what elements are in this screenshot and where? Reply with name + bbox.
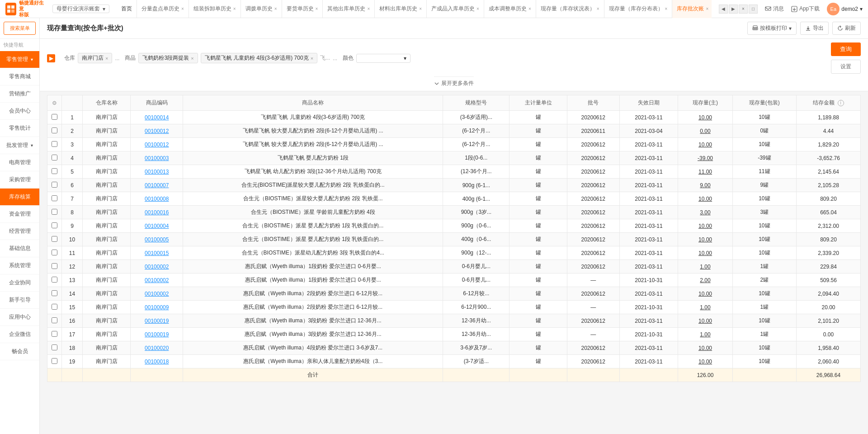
tab-close-icon[interactable]: × [316, 6, 318, 11]
tab-home[interactable]: 首页 [117, 0, 137, 18]
row-stock-main[interactable]: 10.00 [678, 138, 732, 151]
tab-close-icon[interactable]: × [528, 6, 531, 11]
color-select[interactable]: ▾ [356, 54, 410, 63]
tab-9[interactable]: 现存量（库存状况表） × [536, 0, 604, 18]
row-code-link[interactable]: 00100014 [145, 114, 169, 121]
prev-tab-arrow[interactable]: ◀ [719, 5, 728, 14]
sidebar-item-system[interactable]: 系统管理 [0, 257, 39, 274]
tab-close-icon[interactable]: × [233, 6, 236, 11]
row-code-link[interactable]: 00100012 [145, 142, 169, 148]
row-checkbox[interactable] [52, 331, 57, 337]
row-checkbox[interactable] [52, 250, 57, 255]
row-code-link[interactable]: 00100008 [145, 196, 169, 202]
tab-close-icon[interactable]: × [706, 6, 708, 11]
sidebar-item-retail[interactable]: 零售管理 ▾ [0, 51, 39, 68]
tab-1[interactable]: 分量盘点单历史 × [137, 0, 189, 18]
row-stock-main[interactable]: 10.00 [678, 111, 732, 124]
tab-close-icon[interactable]: × [476, 6, 479, 11]
next-tab-arrow[interactable]: ▶ [729, 5, 738, 14]
row-code-link[interactable]: 00100015 [145, 250, 169, 256]
expand-icon[interactable]: ▶ [47, 54, 55, 62]
row-checkbox[interactable] [52, 358, 57, 364]
row-code-link[interactable]: 00100002 [145, 291, 169, 297]
user-area[interactable]: Ea demo2 ▾ [827, 3, 863, 15]
tab-5[interactable]: 其他出库单历史 × [323, 0, 375, 18]
row-stock-main[interactable]: 1.00 [678, 301, 732, 314]
tab-7[interactable]: 产成品入库单历史 × [427, 0, 484, 18]
row-code-link[interactable]: 00100018 [145, 359, 169, 365]
row-stock-main[interactable]: 10.00 [678, 355, 732, 368]
row-code-link[interactable]: 00100003 [145, 155, 169, 161]
expand-more-btn[interactable]: 展开更多条件 [434, 76, 474, 87]
row-code-link[interactable]: 00100005 [145, 236, 169, 243]
row-checkbox[interactable] [52, 155, 57, 160]
tab-close-icon[interactable]: × [181, 6, 184, 11]
row-checkbox[interactable] [52, 236, 57, 242]
row-code-link[interactable]: 00100019 [145, 331, 169, 338]
sidebar-item-member2[interactable]: 畅会员 [0, 343, 39, 360]
message-btn[interactable]: 消息 [765, 5, 784, 13]
tab-close-icon[interactable]: × [367, 6, 370, 11]
row-stock-main[interactable]: 10.00 [678, 219, 732, 233]
row-stock-main[interactable]: 10.00 [678, 192, 732, 206]
sidebar-item-member[interactable]: 会员中心 [0, 103, 39, 120]
print-btn[interactable]: 按模板打印 ▾ [747, 22, 797, 35]
sidebar-item-wholesale[interactable]: 批发管理 ▾ [0, 137, 39, 154]
tab-4[interactable]: 要货单历史 × [282, 0, 323, 18]
row-checkbox[interactable] [52, 127, 57, 133]
row-checkbox[interactable] [52, 304, 57, 310]
warehouse-remove-icon[interactable]: × [105, 56, 108, 61]
row-code-link[interactable]: 00100012 [145, 128, 169, 134]
export-btn[interactable]: 导出 [800, 22, 829, 35]
row-checkbox[interactable] [52, 195, 57, 201]
query-btn[interactable]: 查询 [831, 42, 861, 56]
sidebar-item-ecommerce[interactable]: 电商管理 [0, 154, 39, 171]
row-code-link[interactable]: 00100002 [145, 277, 169, 283]
product-ellipsis[interactable]: ... [333, 55, 337, 61]
row-checkbox[interactable] [52, 222, 57, 228]
settings-icon[interactable]: ⚙ [51, 99, 58, 107]
sidebar-item-retail-stats[interactable]: 零售统计 [0, 120, 39, 137]
sidebar-item-purchase[interactable]: 采购管理 [0, 171, 39, 189]
refresh-btn[interactable]: 刷新 [832, 22, 861, 35]
row-stock-main[interactable]: 10.00 [678, 287, 732, 301]
row-checkbox[interactable] [52, 209, 57, 215]
row-stock-main[interactable]: 1.00 [678, 260, 732, 274]
sidebar-item-marketing[interactable]: 营销推广 [0, 85, 39, 103]
tab-close-icon[interactable]: × [419, 6, 422, 11]
app-download-btn[interactable]: App下载 [791, 5, 820, 13]
close-tab-icon[interactable]: × [739, 5, 748, 14]
row-code-link[interactable]: 00100002 [145, 264, 169, 270]
row-checkbox[interactable] [52, 168, 57, 174]
tab-8[interactable]: 成本调整单历史 × [484, 0, 536, 18]
tab-close-icon[interactable]: × [665, 6, 668, 11]
product-tag-1-remove[interactable]: × [191, 56, 193, 61]
product-tag-1[interactable]: 飞鹤奶粉3段两提装 × [138, 53, 198, 63]
row-checkbox[interactable] [52, 141, 57, 147]
row-stock-main[interactable]: 9.00 [678, 179, 732, 192]
sidebar-item-finance[interactable]: 资金管理 [0, 206, 39, 223]
maximize-icon[interactable]: □ [749, 5, 758, 14]
row-code-link[interactable]: 00100013 [145, 169, 169, 175]
sidebar-item-enterprise[interactable]: 企业协同 [0, 274, 39, 292]
row-checkbox[interactable] [52, 277, 57, 283]
balance-info-icon[interactable]: i [838, 100, 844, 106]
row-stock-main[interactable]: 2.00 [678, 274, 732, 287]
row-checkbox[interactable] [52, 317, 57, 323]
row-stock-main[interactable]: 3.00 [678, 206, 732, 219]
tab-2[interactable]: 组装拆卸单历史 × [189, 0, 241, 18]
setting-btn[interactable]: 设置 [831, 60, 861, 74]
sidebar-item-inventory[interactable]: 库存核算 [0, 189, 39, 206]
tab-close-icon[interactable]: × [274, 6, 277, 11]
sidebar-item-wxwork[interactable]: 企业微信 [0, 326, 39, 343]
row-stock-main[interactable]: 10.00 [678, 246, 732, 260]
search-menu-btn[interactable]: 搜索菜单 [4, 22, 36, 35]
row-checkbox[interactable] [52, 182, 57, 188]
row-checkbox[interactable] [52, 290, 57, 296]
product-tag-2-remove[interactable]: × [311, 56, 313, 61]
row-code-link[interactable]: 00100016 [145, 209, 169, 216]
row-stock-main[interactable]: 11.00 [678, 165, 732, 179]
tab-6[interactable]: 材料出库单历史 × [375, 0, 427, 18]
warehouse-tag[interactable]: 南岸门店 × [78, 53, 112, 63]
row-stock-main[interactable]: 10.00 [678, 314, 732, 328]
